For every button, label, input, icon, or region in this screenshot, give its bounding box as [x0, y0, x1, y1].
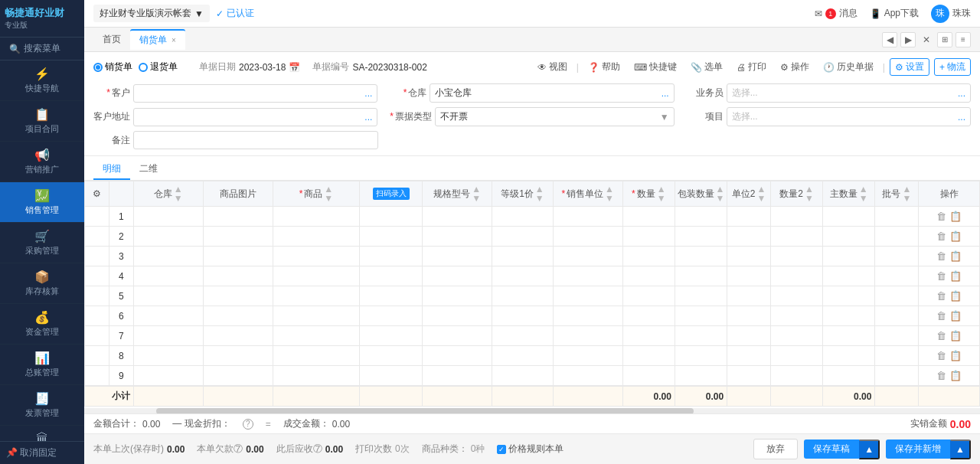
sidebar-item-invoice[interactable]: 🧾 发票管理: [0, 385, 84, 426]
row-quantity[interactable]: [622, 366, 675, 386]
row-spec[interactable]: [423, 207, 492, 227]
sidebar-item-search[interactable]: 🔍 搜索菜单: [0, 38, 84, 60]
row-qty2[interactable]: [770, 286, 822, 306]
row-image[interactable]: [203, 286, 273, 306]
nav-close-button[interactable]: ✕: [919, 32, 934, 47]
row-main-qty[interactable]: [823, 306, 875, 326]
row-pkg-qty[interactable]: [675, 227, 727, 247]
row-delete-icon[interactable]: 🗑: [936, 230, 946, 242]
price-check-item[interactable]: ✓ 价格规则本单: [497, 443, 564, 456]
row-copy-icon[interactable]: 📋: [949, 270, 962, 282]
row-price1[interactable]: [492, 366, 554, 386]
row-batch[interactable]: [875, 366, 919, 386]
customer-dots[interactable]: ...: [364, 88, 372, 99]
tab-detail[interactable]: 明细: [93, 159, 130, 180]
tab-home[interactable]: 首页: [93, 30, 130, 49]
row-main-qty[interactable]: [823, 326, 875, 346]
toolbar-add-material-btn[interactable]: + 物流: [934, 58, 971, 76]
row-delete-icon[interactable]: 🗑: [936, 270, 946, 282]
row-batch[interactable]: [875, 326, 919, 346]
th-batch[interactable]: 批号 ▲▼: [875, 181, 919, 207]
row-product[interactable]: [273, 266, 360, 286]
row-pkg-qty[interactable]: [675, 266, 727, 286]
row-main-qty[interactable]: [823, 286, 875, 306]
row-delete-icon[interactable]: 🗑: [936, 211, 946, 222]
row-image[interactable]: [203, 366, 273, 386]
row-copy-icon[interactable]: 📋: [949, 330, 962, 341]
row-main-qty[interactable]: [823, 366, 875, 386]
row-delete-icon[interactable]: 🗑: [936, 370, 946, 381]
row-quantity[interactable]: [622, 247, 675, 266]
th-unit2[interactable]: 单位2 ▲▼: [727, 181, 771, 207]
nav-grid-button[interactable]: ⊞: [937, 32, 952, 47]
row-copy-icon[interactable]: 📋: [949, 230, 962, 242]
row-warehouse[interactable]: [133, 286, 203, 306]
save-new-dropdown[interactable]: ▲: [950, 439, 971, 459]
row-pkg-qty[interactable]: [675, 286, 727, 306]
row-product[interactable]: [273, 326, 360, 346]
nav-prev-button[interactable]: ◀: [882, 32, 897, 47]
toolbar-print-btn[interactable]: 🖨 打印: [732, 59, 771, 75]
row-pkg-qty[interactable]: [675, 207, 727, 227]
row-unit2[interactable]: [727, 326, 771, 346]
toolbar-select-btn[interactable]: 📎 选单: [686, 59, 727, 75]
row-barcode[interactable]: [360, 346, 423, 366]
row-quantity[interactable]: [622, 227, 675, 247]
row-qty2[interactable]: [770, 247, 822, 266]
row-unit2[interactable]: [727, 306, 771, 326]
row-qty2[interactable]: [770, 207, 822, 227]
row-barcode[interactable]: [360, 286, 423, 306]
row-warehouse[interactable]: [133, 227, 203, 247]
app-download-button[interactable]: 📱 App下载: [870, 7, 919, 20]
row-quantity[interactable]: [622, 326, 675, 346]
row-price1[interactable]: [492, 346, 554, 366]
radio-return-order[interactable]: 退货单: [139, 60, 178, 74]
row-spec[interactable]: [423, 227, 492, 247]
row-qty2[interactable]: [770, 366, 822, 386]
th-spec[interactable]: 规格型号 ▲▼: [423, 181, 492, 207]
row-unit2[interactable]: [727, 247, 771, 266]
warehouse-input[interactable]: 小宝仓库 ...: [430, 83, 674, 103]
row-product[interactable]: [273, 346, 360, 366]
toolbar-setup-btn[interactable]: ⚙ 设置: [890, 58, 929, 76]
row-spec[interactable]: [423, 266, 492, 286]
staff-input[interactable]: 选择... ...: [727, 83, 971, 103]
row-quantity[interactable]: [622, 207, 675, 227]
row-batch[interactable]: [875, 227, 919, 247]
row-barcode[interactable]: [360, 247, 423, 266]
th-quantity[interactable]: * 数量 ▲▼: [622, 181, 675, 207]
row-warehouse[interactable]: [133, 346, 203, 366]
row-copy-icon[interactable]: 📋: [949, 290, 962, 302]
row-barcode[interactable]: [360, 227, 423, 247]
toolbar-help-btn[interactable]: ❓ 帮助: [583, 59, 625, 75]
th-barcode[interactable]: 扫码录入: [360, 181, 423, 207]
row-delete-icon[interactable]: 🗑: [936, 250, 946, 262]
scroll-thumb[interactable]: [156, 408, 694, 413]
row-qty2[interactable]: [770, 227, 822, 247]
row-copy-icon[interactable]: 📋: [949, 211, 962, 222]
warehouse-dots[interactable]: ...: [662, 88, 669, 99]
row-unit2[interactable]: [727, 346, 771, 366]
row-barcode[interactable]: [360, 207, 423, 227]
row-pkg-qty[interactable]: [675, 247, 727, 266]
row-sales-unit[interactable]: [553, 247, 622, 266]
row-qty2[interactable]: [770, 266, 822, 286]
staff-dots[interactable]: ...: [958, 88, 965, 99]
row-price1[interactable]: [492, 286, 554, 306]
row-pkg-qty[interactable]: [675, 366, 727, 386]
toolbar-operation-btn[interactable]: ⚙ 操作: [776, 59, 814, 75]
sidebar-item-sales[interactable]: 💹 销售管理: [0, 182, 84, 223]
message-button[interactable]: ✉ 1 消息: [815, 7, 858, 20]
row-batch[interactable]: [875, 306, 919, 326]
row-spec[interactable]: [423, 286, 492, 306]
nav-next-button[interactable]: ▶: [900, 32, 916, 47]
nav-list-button[interactable]: ≡: [956, 32, 971, 47]
row-quantity[interactable]: [622, 346, 675, 366]
row-batch[interactable]: [875, 207, 919, 227]
row-qty2[interactable]: [770, 326, 822, 346]
tab-sales-order[interactable]: 销货单 ×: [130, 29, 185, 50]
row-quantity[interactable]: [622, 266, 675, 286]
row-barcode[interactable]: [360, 326, 423, 346]
row-warehouse[interactable]: [133, 366, 203, 386]
calendar-icon[interactable]: 📅: [289, 62, 300, 73]
